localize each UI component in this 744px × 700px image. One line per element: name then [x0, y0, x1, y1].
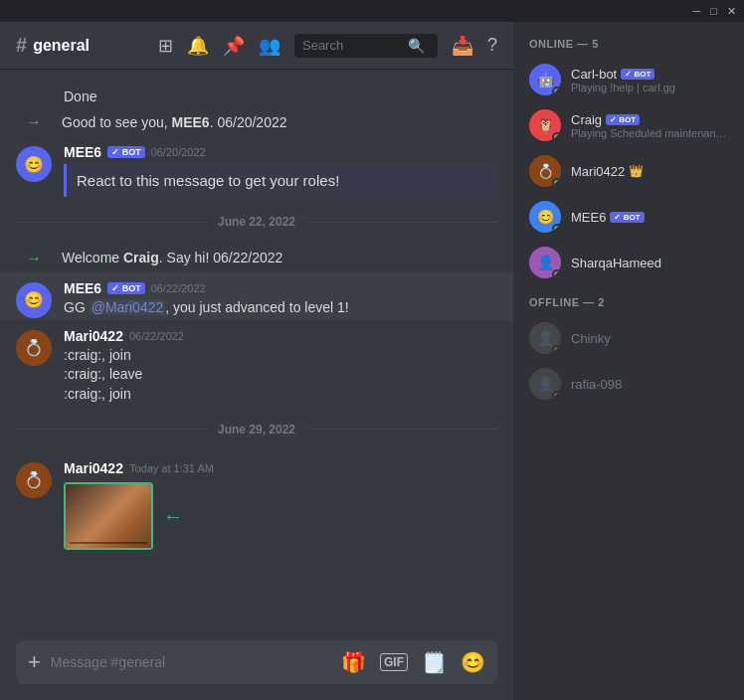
- member-name: Mari0422 👑: [571, 164, 728, 179]
- search-icon: 🔍: [408, 38, 425, 54]
- online-section-title: ONLINE — 5: [521, 38, 736, 50]
- notification-icon[interactable]: 🔔: [187, 35, 209, 57]
- member-status: Playing Scheduled maintenanc...: [571, 127, 728, 139]
- member-item[interactable]: 👤 SharqaHameed: [521, 241, 736, 284]
- avatar: 😊: [529, 201, 561, 233]
- username: Mari0422: [64, 460, 123, 476]
- message-row: 💍 Mari0422 06/22/2022 :craig:, join :cra…: [0, 320, 513, 407]
- member-item[interactable]: 💍 Mari0422 👑: [521, 149, 736, 193]
- message-row: Done: [0, 86, 513, 109]
- message-input[interactable]: [51, 654, 331, 670]
- system-arrow-icon: →: [16, 250, 52, 267]
- offline-status-dot: [552, 391, 561, 400]
- member-info: Carl-bot ✓ BOT Playing !help | carl.gg: [571, 67, 728, 93]
- member-item[interactable]: 👤 Chinky: [521, 316, 736, 360]
- date-divider-text: June 29, 2022: [218, 423, 295, 437]
- message-content: MEE6 ✓ BOT 06/22/2022 GG @Mari0422, you …: [64, 280, 497, 318]
- avatar: 👤: [529, 247, 561, 278]
- message-row: 😊 MEE6 ✓ BOT 06/22/2022 GG @Mari0422, yo…: [0, 272, 513, 320]
- message-content: Mari0422 06/22/2022 :craig:, join :craig…: [64, 328, 497, 405]
- msg-text: :craig:, join: [64, 346, 497, 366]
- members-sidebar: ONLINE — 5 🤖 Carl-bot ✓ BOT Playing !hel…: [513, 22, 744, 700]
- bot-badge: ✓ BOT: [606, 114, 640, 125]
- maximize-button[interactable]: □: [710, 5, 717, 17]
- bot-badge: ✓ BOT: [621, 69, 654, 80]
- message-header: MEE6 ✓ BOT 06/20/2022: [64, 144, 497, 160]
- image-arrow-icon: ←: [163, 504, 183, 527]
- emoji-icon[interactable]: 😊: [461, 650, 485, 674]
- username: MEE6: [64, 280, 101, 296]
- date-divider: June 22, 2022: [0, 199, 513, 245]
- bot-badge: ✓ BOT: [610, 212, 644, 223]
- close-button[interactable]: ✕: [727, 5, 736, 18]
- msg-text: :craig:, leave: [64, 365, 497, 385]
- username: Mari0422: [64, 328, 123, 344]
- input-area: + 🎁 GIF 🗒️ 😊: [0, 640, 513, 700]
- message-content: MEE6 ✓ BOT 06/20/2022 React to this mess…: [64, 144, 497, 197]
- channel-title: general: [33, 37, 90, 55]
- system-arrow-icon: →: [16, 113, 52, 131]
- members-icon[interactable]: 👥: [259, 35, 280, 57]
- system-message: → Welcome Craig. Say hi! 06/22/2022: [0, 245, 513, 272]
- message-content: Mari0422 Today at 1:31 AM ←: [64, 460, 497, 552]
- online-status-dot: [552, 87, 561, 95]
- member-item[interactable]: 😊 MEE6 ✓ BOT: [521, 195, 736, 239]
- system-text: Welcome Craig. Say hi! 06/22/2022: [62, 249, 282, 268]
- mention: @Mari0422: [90, 299, 166, 315]
- member-item[interactable]: 🦉 Craig ✓ BOT Playing Scheduled maintena…: [521, 103, 736, 147]
- username: MEE6: [64, 144, 101, 160]
- msg-text: Done: [64, 88, 96, 104]
- search-bar[interactable]: 🔍: [294, 34, 438, 58]
- member-info: Chinky: [571, 331, 728, 346]
- divider-line: [16, 222, 206, 223]
- help-icon[interactable]: ?: [487, 35, 497, 56]
- avatar: 💍: [16, 330, 52, 366]
- channel-name: # general: [16, 34, 90, 57]
- threads-icon[interactable]: ⊞: [158, 35, 173, 57]
- timestamp: 06/20/2022: [151, 146, 206, 158]
- gift-icon[interactable]: 🎁: [341, 650, 366, 674]
- message-content: Done: [64, 88, 497, 107]
- message-header: Mari0422 Today at 1:31 AM: [64, 460, 497, 476]
- member-info: Mari0422 👑: [571, 164, 728, 179]
- reaction-box: React to this message to get your roles!: [64, 164, 497, 197]
- divider-line: [307, 222, 497, 223]
- avatar: 🦉: [529, 109, 561, 141]
- avatar: 😊: [16, 282, 52, 318]
- member-name: Craig ✓ BOT: [571, 112, 728, 127]
- msg-text: :craig:, join: [64, 385, 497, 405]
- bot-badge: ✓ BOT: [107, 146, 145, 158]
- member-info: SharqaHameed: [571, 256, 728, 270]
- online-status-dot: [552, 178, 561, 187]
- timestamp: 06/22/2022: [151, 282, 206, 294]
- sticker-icon[interactable]: 🗒️: [422, 650, 447, 674]
- image-attachment-wrapper: ←: [64, 482, 153, 550]
- avatar: 👤: [529, 322, 561, 354]
- member-name: Chinky: [571, 331, 728, 346]
- input-icons: 🎁 GIF 🗒️ 😊: [341, 650, 485, 674]
- inbox-icon[interactable]: 📥: [452, 35, 473, 57]
- msg-text: React to this message to get your roles!: [77, 172, 339, 189]
- offline-status-dot: [552, 345, 561, 354]
- pin-icon[interactable]: 📌: [223, 35, 245, 57]
- gif-icon[interactable]: GIF: [380, 653, 408, 671]
- minimize-button[interactable]: ─: [693, 5, 701, 17]
- member-status: Playing !help | carl.gg: [571, 82, 728, 93]
- avatar: 😊: [16, 146, 52, 182]
- add-attachment-button[interactable]: +: [28, 651, 41, 673]
- member-item[interactable]: 🤖 Carl-bot ✓ BOT Playing !help | carl.gg: [521, 58, 736, 101]
- search-input[interactable]: [302, 38, 402, 53]
- input-box: + 🎁 GIF 🗒️ 😊: [16, 640, 497, 684]
- image-attachment[interactable]: [64, 482, 153, 550]
- member-info: MEE6 ✓ BOT: [571, 210, 728, 225]
- member-info: rafia-098: [571, 377, 728, 392]
- app-body: # general ⊞ 🔔 📌 👥 🔍 📥 ? Done: [0, 22, 744, 700]
- timestamp: 06/22/2022: [129, 330, 184, 342]
- divider-line: [307, 429, 497, 430]
- message-header: Mari0422 06/22/2022: [64, 328, 497, 344]
- member-item[interactable]: 👤 rafia-098: [521, 362, 736, 406]
- member-name: SharqaHameed: [571, 256, 728, 270]
- message-header: MEE6 ✓ BOT 06/22/2022: [64, 280, 497, 296]
- offline-section-title: OFFLINE — 2: [521, 296, 736, 308]
- date-divider: June 29, 2022: [0, 407, 513, 452]
